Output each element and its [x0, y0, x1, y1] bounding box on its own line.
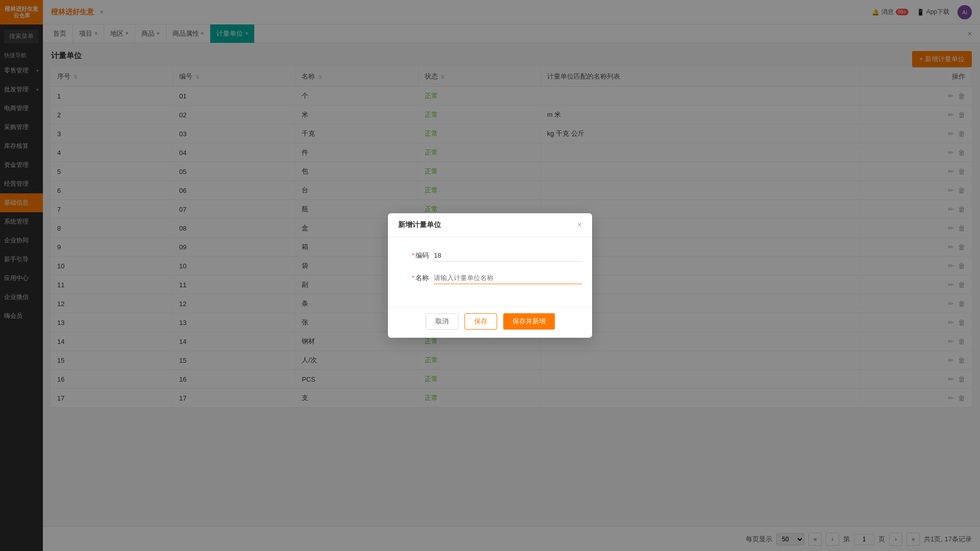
- modal-header: 新增计量单位 ×: [388, 213, 592, 237]
- add-unit-modal: 新增计量单位 × *编码 *名称 取消 保存 保存并新增: [388, 213, 592, 338]
- modal-overlay: 新增计量单位 × *编码 *名称 取消 保存 保存并新增: [0, 0, 980, 551]
- code-field-row: *编码: [398, 249, 582, 262]
- modal-close-button[interactable]: ×: [577, 220, 582, 230]
- code-label: *编码: [398, 251, 429, 260]
- modal-body: *编码 *名称: [388, 237, 592, 307]
- code-input[interactable]: [434, 249, 582, 262]
- save-and-new-button[interactable]: 保存并新增: [503, 313, 555, 330]
- name-field-row: *名称: [398, 272, 582, 284]
- modal-title: 新增计量单位: [398, 220, 441, 230]
- save-button[interactable]: 保存: [464, 313, 497, 330]
- name-input[interactable]: [434, 272, 582, 284]
- cancel-button[interactable]: 取消: [426, 313, 458, 330]
- name-label: *名称: [398, 273, 429, 283]
- modal-footer: 取消 保存 保存并新增: [388, 307, 592, 338]
